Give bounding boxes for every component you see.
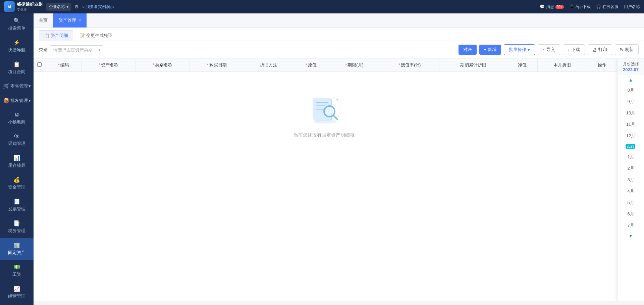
print-button[interactable]: 🖨 打印 xyxy=(588,44,612,55)
month-item-9[interactable]: 9月 xyxy=(618,96,644,107)
col-name: *资产名称 xyxy=(81,59,136,72)
sidebar-item-ecommerce[interactable]: 🖥 小畅电商 xyxy=(0,108,34,129)
page-content: 📋 资产明细 📝 变更生成凭证 类别 请选择固定资产类别 ▾ xyxy=(34,28,644,305)
sidebar-item-project[interactable]: 📋 项目合同 xyxy=(0,57,34,79)
sidebar-item-inventory[interactable]: 📊 库存核算 xyxy=(0,151,34,172)
sidebar-item-fixed-assets[interactable]: 🏢 固定资产 xyxy=(0,238,34,260)
tab-home[interactable]: 首页 xyxy=(34,13,53,28)
table-header-row: *编码 *资产名称 *类别名称 *购买日期 xyxy=(34,59,617,72)
month-prev-button[interactable]: ▲ xyxy=(627,77,635,83)
search-icon: 🔍 xyxy=(13,17,20,24)
messages-button[interactable]: 💬 消息 99+ xyxy=(540,4,564,10)
month-2023-4[interactable]: 4月 xyxy=(618,186,644,197)
logo-icon: Ai xyxy=(4,1,15,12)
sub-tab-bar: 📋 资产明细 📝 变更生成凭证 xyxy=(34,28,644,41)
month-next-button[interactable]: ▼ xyxy=(627,233,635,239)
month-2023-7[interactable]: 7月 xyxy=(618,220,644,231)
tab-bar: 首页 资产管理 × xyxy=(34,13,644,28)
col-check xyxy=(34,59,46,72)
receipt-icon: 🧾 xyxy=(13,198,20,205)
top-bar-right: 💬 消息 99+ 📱 App下载 🎧 在线客服 用户名称 xyxy=(540,4,640,10)
col-original-value: *原值 xyxy=(293,59,329,72)
trend-icon: 📈 xyxy=(13,286,20,292)
flash-icon: ⚡ xyxy=(13,39,20,46)
sidebar-item-wholesale[interactable]: 📦 批发管理 ▾ xyxy=(0,93,34,108)
tab-close-icon[interactable]: × xyxy=(79,18,81,23)
month-2023-6[interactable]: 6月 xyxy=(618,208,644,220)
building-icon: 🏢 xyxy=(13,242,20,248)
app-logo: Ai 畅捷通好业财 专业版 xyxy=(4,1,43,12)
tab-asset-mgmt[interactable]: 资产管理 × xyxy=(53,13,87,28)
month-panel-title: 月份选择 2022.07 xyxy=(618,59,644,75)
month-2023-1[interactable]: 1月 xyxy=(618,151,644,163)
sidebar-item-ledger[interactable]: 📒 总账管理 xyxy=(0,303,34,305)
svg-rect-3 xyxy=(316,102,328,103)
month-item-11[interactable]: 11月 xyxy=(618,119,644,130)
chevron-down-icon: ▾ xyxy=(528,47,530,52)
app-edition: 专业版 xyxy=(17,7,43,12)
content-area: 首页 资产管理 × 📋 资产明细 📝 变更生成凭证 xyxy=(34,13,644,305)
category-select-wrapper: 请选择固定资产类别 ▾ xyxy=(50,45,103,54)
toolbar: 类别 请选择固定资产类别 ▾ 对账 + 新增 批量操作 ▾ xyxy=(34,41,644,59)
svg-text:✦: ✦ xyxy=(339,105,341,108)
svg-line-8 xyxy=(333,115,337,119)
col-purchase-date: *购买日期 xyxy=(190,59,244,72)
month-item-10[interactable]: 10月 xyxy=(618,107,644,119)
demo-circle-icon: ○ xyxy=(82,4,85,9)
sidebar-item-tax[interactable]: 📑 税务管理 xyxy=(0,216,34,238)
year-2023-badge-row: 2023 xyxy=(618,142,644,151)
add-button[interactable]: + 新增 xyxy=(479,45,501,55)
sidebar-item-purchase[interactable]: 🛍 采购管理 xyxy=(0,129,34,151)
table-body: ✦ ✦ ✦ 当前您还没有固定资产明细哦~ xyxy=(34,72,617,159)
month-2023-5[interactable]: 5月 xyxy=(618,197,644,208)
download-button[interactable]: ↓ 下载 xyxy=(563,44,585,55)
sidebar-item-invoice[interactable]: 🧾 发票管理 xyxy=(0,194,34,216)
assets-table: *编码 *资产名称 *类别名称 *购买日期 xyxy=(34,59,617,158)
table-area: *编码 *资产名称 *类别名称 *购买日期 xyxy=(34,59,617,301)
settings-icon[interactable]: ⚙ xyxy=(74,4,79,9)
sidebar-item-quick-nav[interactable]: ⚡ 快捷导航 xyxy=(0,35,34,57)
list-icon: 📋 xyxy=(44,33,49,38)
sub-tab-change-voucher[interactable]: 📝 变更生成凭证 xyxy=(74,30,117,41)
sidebar-item-operations[interactable]: 📈 经营管理 xyxy=(0,282,34,303)
app-name: 畅捷通好业财 xyxy=(17,1,43,7)
sub-tab-asset-detail[interactable]: 📋 资产明细 xyxy=(39,30,73,41)
sidebar-item-search[interactable]: 🔍 搜索菜单 xyxy=(0,13,34,35)
company-selector[interactable]: 企业名称 ▾ xyxy=(46,3,71,11)
empty-cell: ✦ ✦ ✦ 当前您还没有固定资产明细哦~ xyxy=(34,72,617,159)
category-select[interactable]: 请选择固定资产类别 xyxy=(50,45,103,54)
top-bar: Ai 畅捷通好业财 专业版 企业名称 ▾ ⚙ ○ 我要看实例演示 💬 消息 99… xyxy=(0,0,644,13)
message-icon: 💬 xyxy=(540,4,545,9)
import-button[interactable]: ↑ 导入 xyxy=(538,44,560,55)
wage-icon: 💵 xyxy=(13,264,20,270)
user-info[interactable]: 用户名称 xyxy=(624,4,640,10)
refresh-button[interactable]: ↻ 刷新 xyxy=(615,44,639,55)
empty-row: ✦ ✦ ✦ 当前您还没有固定资产明细哦~ xyxy=(34,72,617,159)
sidebar-item-payroll[interactable]: 💵 工资 xyxy=(0,260,34,282)
svg-point-7 xyxy=(326,108,333,115)
svg-text:✦: ✦ xyxy=(335,98,339,102)
refresh-icon: ↻ xyxy=(620,47,624,52)
reconcile-button[interactable]: 对账 xyxy=(459,45,477,55)
batch-button[interactable]: 批量操作 ▾ xyxy=(504,44,535,55)
month-2023-2[interactable]: 2月 xyxy=(618,163,644,174)
toolbar-right: 对账 + 新增 批量操作 ▾ ↑ 导入 ↓ 下载 🖨 xyxy=(459,44,639,55)
sidebar-item-retail[interactable]: 🛒 零售管理 ▾ xyxy=(0,79,34,93)
col-monthly-depreciation: 本月折旧 xyxy=(538,59,587,72)
month-item-8[interactable]: 8月 xyxy=(618,85,644,96)
select-all-checkbox[interactable] xyxy=(37,62,42,67)
col-operation: 操作 xyxy=(587,59,617,72)
month-2023-3[interactable]: 3月 xyxy=(618,174,644,186)
month-nav-up: ▲ xyxy=(618,75,644,85)
category-label: 类别 xyxy=(39,47,48,53)
demo-button[interactable]: ○ 我要看实例演示 xyxy=(82,4,114,10)
chevron-down-icon: ▾ xyxy=(29,98,31,103)
service-button[interactable]: 🎧 在线客服 xyxy=(596,4,619,10)
sidebar-item-finance[interactable]: 💰 资金管理 xyxy=(0,172,34,194)
app-download-button[interactable]: 📱 App下载 xyxy=(569,4,591,10)
horizontal-scrollbar[interactable] xyxy=(34,301,644,305)
month-item-12[interactable]: 12月 xyxy=(618,130,644,142)
company-name: 企业名称 xyxy=(49,4,65,10)
monitor-icon: 🖥 xyxy=(14,112,19,118)
year-badge: 2023 xyxy=(626,144,635,149)
